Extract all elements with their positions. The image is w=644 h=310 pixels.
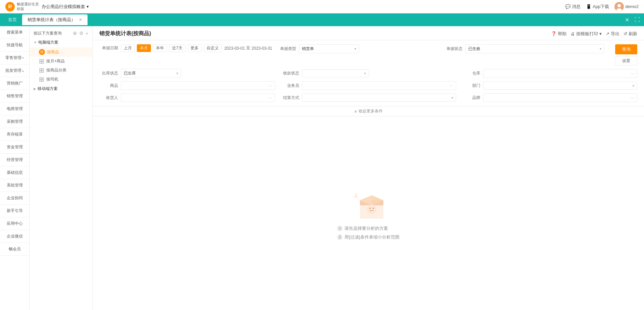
salesperson-label: 业务员	[280, 83, 299, 89]
sidebar-item-member[interactable]: 畅会员	[0, 243, 29, 256]
svg-rect-7	[40, 68, 41, 70]
export-btn[interactable]: ↗ 导出	[606, 31, 620, 37]
help-icon: ❓	[551, 31, 556, 36]
warehouse-status-select[interactable]: 已出库 ▾	[121, 69, 181, 78]
brand-dots[interactable]: ···	[630, 95, 634, 100]
group-expand-icon: ▼	[34, 41, 37, 44]
sidebar-item-guide[interactable]: 新手引导	[0, 205, 29, 217]
left-panel: 按以下方案查询 ⊕ ⚙ « ▼ 电脑端方案 按 按商品	[30, 26, 93, 310]
sidebar-item-retail[interactable]: 零售管理 ▾	[0, 52, 29, 64]
svg-rect-14	[42, 80, 44, 82]
brand-filter: 品牌 ···	[462, 93, 637, 102]
scheme-group-desktop: ▼ 电脑端方案 按 按商品 按月+商品 按商品分类	[30, 38, 92, 84]
svg-rect-13	[40, 80, 41, 82]
close-window-icon[interactable]: ✕	[624, 15, 631, 24]
sidebar-item-sales-mgmt[interactable]: 销售管理	[0, 90, 29, 103]
sidebar-item-basic-info[interactable]: 基础信息	[0, 166, 29, 179]
chevron-down-icon: ▾	[22, 56, 24, 60]
chevron-down-icon: ▾	[87, 4, 89, 9]
svg-point-1	[618, 4, 621, 7]
date-btn-custom[interactable]: 自定义	[204, 44, 222, 52]
tab-bar: 首页 销货单统计表（按商品） ✕ ✕ ⛶	[0, 13, 644, 26]
logo-icon: 好	[5, 2, 15, 11]
select-arrow-icon-6: ▾	[451, 96, 453, 100]
department-select[interactable]: ▾	[483, 82, 637, 90]
salesperson-dots[interactable]: ···	[449, 83, 453, 88]
download-icon: 📱	[586, 4, 591, 9]
payment-status-select[interactable]: ▾	[302, 69, 369, 78]
doc-status-label: 单据状态	[444, 46, 463, 52]
goods-label: 商品	[99, 83, 118, 89]
select-arrow-icon-3: ▾	[176, 71, 178, 75]
sidebar-item-finance[interactable]: 资金管理	[0, 141, 29, 154]
settings-scheme-icon[interactable]: ⚙	[79, 31, 84, 36]
settlement-select[interactable]: ▾	[302, 94, 456, 102]
add-scheme-icon[interactable]: ⊕	[73, 30, 77, 36]
tab-close-icon[interactable]: ✕	[79, 17, 82, 22]
industry-selector[interactable]: 办公用品行业模拟账套 ▾	[42, 4, 89, 10]
sidebar-item-quick-nav[interactable]: 快捷导航	[0, 39, 29, 52]
scheme-item-by-month-goods[interactable]: 按月+商品	[30, 57, 92, 66]
sidebar-item-marketing[interactable]: 营销推广	[0, 77, 29, 90]
warehouse-input[interactable]: ···	[483, 69, 637, 78]
goods-input[interactable]: ···	[121, 81, 275, 90]
scheme-item-by-goods[interactable]: 按 按商品	[30, 47, 92, 57]
sidebar-item-inventory[interactable]: 库存核算	[0, 128, 29, 141]
salesperson-input[interactable]: ···	[302, 81, 456, 90]
doc-status-select[interactable]: 已生效 ▾	[465, 44, 604, 53]
warehouse-dots[interactable]: ···	[630, 71, 634, 76]
template-print-btn[interactable]: 🖨 按模板打印 ▾	[571, 31, 602, 37]
sidebar-item-wholesale[interactable]: 批发管理 ▴	[0, 64, 29, 77]
date-btn-this-month[interactable]: 本月	[137, 44, 151, 52]
collapse-row[interactable]: ∧ 收起更多条件	[93, 106, 644, 116]
date-btn-last-7-days[interactable]: 近7天	[169, 44, 185, 52]
payment-status-filter: 收款状态 ▾	[280, 69, 456, 78]
settings-button[interactable]: 设置	[615, 56, 637, 65]
message-btn[interactable]: 💬 消息	[565, 4, 581, 10]
group-expand-icon-mobile: ▶	[34, 87, 36, 91]
tab-home[interactable]: 首页	[3, 14, 22, 25]
user-area[interactable]: demo2	[614, 2, 639, 11]
tab-sales-stat[interactable]: 销货单统计表（按商品） ✕	[22, 14, 88, 25]
settlement-filter: 结算方式 ▾	[280, 94, 456, 102]
sidebar-item-enterprise[interactable]: 企业协同	[0, 192, 29, 205]
query-button[interactable]: 查询	[615, 44, 637, 54]
filter-row-4: 收货人 ··· 结算方式 ▾ 品牌	[99, 93, 637, 102]
scheme-group-title-desktop[interactable]: ▼ 电脑端方案	[30, 38, 92, 47]
date-btn-this-year[interactable]: 本年	[153, 44, 167, 52]
select-arrow-icon-2: ▾	[600, 47, 601, 51]
sidebar-item-app-center[interactable]: 应用中心	[0, 217, 29, 230]
date-range: 2023-03-01 至 2023-03-31	[224, 45, 272, 51]
consignee-dots[interactable]: ···	[268, 95, 272, 100]
consignee-input[interactable]: ···	[121, 93, 275, 102]
refresh-btn[interactable]: ↺ 刷新	[624, 31, 637, 37]
tip-item-1: 1 请先选择要分析的方案	[337, 224, 399, 233]
scheme-item-by-category[interactable]: 按商品分类	[30, 66, 92, 75]
settlement-label: 结算方式	[280, 95, 299, 101]
goods-dots[interactable]: ···	[268, 83, 272, 88]
doc-type-select[interactable]: 销货单 ▾	[299, 44, 359, 53]
scheme-group-title-mobile[interactable]: ▶ 移动端方案	[30, 84, 92, 94]
sidebar-item-wechat[interactable]: 企业微信	[0, 230, 29, 243]
sidebar-item-search[interactable]: 搜索菜单	[0, 26, 29, 39]
scheme-item-by-machine[interactable]: 按司机	[30, 75, 92, 84]
help-btn[interactable]: ❓ 帮助	[551, 31, 567, 37]
collapse-icon: ∧	[354, 109, 357, 114]
collapse-panel-icon[interactable]: «	[86, 31, 88, 36]
sidebar-item-purchase[interactable]: 采购管理	[0, 115, 29, 128]
print-icon: 🖨	[571, 31, 575, 36]
svg-rect-8	[42, 68, 44, 70]
date-btn-more[interactable]: 更多	[187, 44, 202, 52]
sidebar-item-ecommerce[interactable]: 电商管理	[0, 103, 29, 115]
salesperson-filter: 业务员 ···	[280, 81, 456, 90]
empty-tips: 1 请先选择要分析的方案 2 用[过滤]条件来缩小分析范围	[337, 224, 399, 242]
date-btn-last-month[interactable]: 上月	[121, 44, 135, 52]
maximize-icon[interactable]: ⛶	[633, 15, 641, 24]
department-filter: 部门 ▾	[462, 82, 637, 90]
svg-point-21	[369, 208, 371, 209]
brand-input[interactable]: ···	[483, 93, 637, 102]
app-download-btn[interactable]: 📱 App下载	[586, 4, 609, 10]
sidebar-item-system[interactable]: 系统管理	[0, 179, 29, 192]
sidebar-item-operations[interactable]: 经营管理	[0, 154, 29, 166]
department-label: 部门	[462, 83, 480, 89]
